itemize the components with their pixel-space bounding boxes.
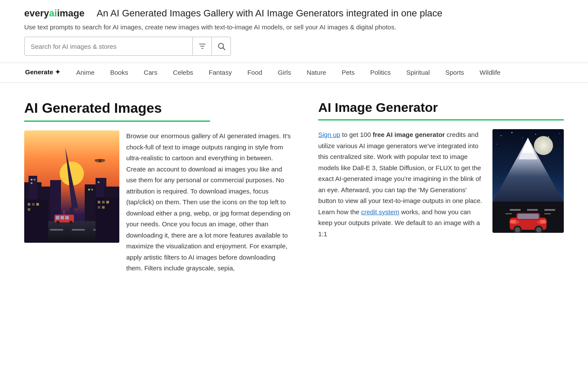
logo-ai: ai <box>49 8 57 19</box>
search-icon <box>217 42 226 51</box>
right-title-underline <box>318 119 564 120</box>
nav-item-wildlife[interactable]: Wildlife <box>472 63 508 82</box>
svg-rect-67 <box>505 213 512 214</box>
svg-rect-70 <box>544 213 551 214</box>
svg-rect-39 <box>32 203 35 206</box>
svg-rect-66 <box>544 209 555 211</box>
left-section-title: AI Generated Images <box>24 100 292 116</box>
svg-point-49 <box>511 132 512 133</box>
header-tagline: An AI Generated Images Gallery with AI I… <box>96 8 442 19</box>
svg-rect-27 <box>31 179 32 181</box>
svg-rect-44 <box>106 201 109 203</box>
svg-point-81 <box>537 220 547 224</box>
nav-item-cars[interactable]: Cars <box>136 63 165 82</box>
nav-item-nature[interactable]: Nature <box>299 63 334 82</box>
filter-icon <box>198 42 207 51</box>
category-nav: Generate ✦ Anime Books Cars Celebs Fanta… <box>0 63 588 83</box>
svg-rect-43 <box>102 201 105 203</box>
svg-rect-32 <box>98 181 99 183</box>
svg-rect-22 <box>61 216 64 219</box>
svg-rect-31 <box>91 189 93 190</box>
left-body-text: Browse our enormous gallery of AI genera… <box>126 130 292 274</box>
right-content-block: Sign up to get 100 free AI image generat… <box>318 129 564 239</box>
svg-rect-23 <box>65 216 69 219</box>
description-text: Use text prompts to search for AI images… <box>24 23 396 31</box>
nav-item-fantasy[interactable]: Fantasy <box>201 63 240 82</box>
svg-rect-42 <box>98 201 100 203</box>
left-content-block: Browse our enormous gallery of AI genera… <box>24 130 292 274</box>
svg-rect-73 <box>518 214 539 219</box>
svg-point-50 <box>522 137 523 138</box>
signup-link[interactable]: Sign up <box>318 131 340 138</box>
svg-rect-15 <box>70 207 74 214</box>
svg-point-79 <box>536 227 541 232</box>
svg-rect-46 <box>102 206 105 209</box>
nav-item-sports[interactable]: Sports <box>438 63 472 82</box>
free-credits-bold: free AI image generator <box>373 131 445 138</box>
city-scene-svg <box>24 130 119 243</box>
filter-button[interactable] <box>193 37 212 56</box>
right-column: AI Image Generator Sign up to get 100 fr… <box>318 100 564 274</box>
svg-line-4 <box>223 48 225 50</box>
search-button[interactable] <box>212 37 231 56</box>
svg-rect-30 <box>88 189 90 190</box>
search-bar <box>0 37 588 63</box>
nav-item-girls[interactable]: Girls <box>270 63 299 82</box>
svg-point-80 <box>509 220 519 224</box>
left-paragraph: Browse our enormous gallery of AI genera… <box>126 132 291 272</box>
logo[interactable]: everyaiimage <box>24 8 84 19</box>
svg-point-25 <box>56 221 60 224</box>
search-input[interactable] <box>24 37 193 56</box>
header: everyaiimage An AI Generated Images Gall… <box>0 0 588 23</box>
right-section-title: AI Image Generator <box>318 100 564 115</box>
svg-rect-45 <box>98 206 100 209</box>
svg-rect-65 <box>527 209 538 211</box>
left-title-underline <box>24 120 210 122</box>
svg-point-59 <box>541 150 543 152</box>
main-content: AI Generated Images <box>0 83 588 291</box>
svg-rect-38 <box>28 203 30 206</box>
svg-rect-40 <box>36 203 39 206</box>
nav-item-politics[interactable]: Politics <box>362 63 399 82</box>
svg-point-57 <box>537 142 541 145</box>
mountain-car-svg <box>492 129 564 233</box>
nav-item-spiritual[interactable]: Spiritual <box>399 63 438 82</box>
svg-point-53 <box>559 133 560 134</box>
svg-rect-36 <box>24 200 48 243</box>
svg-point-54 <box>496 144 497 145</box>
svg-point-56 <box>534 136 553 155</box>
svg-rect-37 <box>96 197 119 243</box>
svg-point-78 <box>515 227 520 232</box>
svg-point-48 <box>501 135 502 136</box>
svg-rect-34 <box>99 160 101 162</box>
nav-item-anime[interactable]: Anime <box>68 63 102 82</box>
svg-rect-64 <box>510 209 521 211</box>
svg-rect-18 <box>72 229 85 231</box>
nav-item-books[interactable]: Books <box>102 63 136 82</box>
svg-rect-17 <box>50 229 63 231</box>
right-hero-image[interactable] <box>492 129 564 233</box>
svg-rect-28 <box>34 179 35 181</box>
svg-point-51 <box>535 134 536 135</box>
nav-item-food[interactable]: Food <box>240 63 270 82</box>
nav-item-pets[interactable]: Pets <box>334 63 362 82</box>
nav-item-generate[interactable]: Generate ✦ <box>17 63 68 82</box>
svg-rect-21 <box>56 216 59 219</box>
svg-rect-29 <box>31 182 32 184</box>
left-hero-image[interactable] <box>24 130 119 243</box>
svg-rect-41 <box>28 208 30 211</box>
svg-point-26 <box>69 221 73 224</box>
nav-item-celebs[interactable]: Celebs <box>165 63 201 82</box>
svg-point-52 <box>548 136 549 137</box>
logo-prefix: every <box>24 8 49 19</box>
site-description: Use text prompts to search for AI images… <box>0 23 588 37</box>
logo-suffix: image <box>57 8 85 19</box>
right-body-text: Sign up to get 100 free AI image generat… <box>318 129 486 239</box>
left-column: AI Generated Images <box>24 100 292 274</box>
svg-point-58 <box>545 147 548 150</box>
credit-system-link[interactable]: credit system <box>361 208 399 216</box>
